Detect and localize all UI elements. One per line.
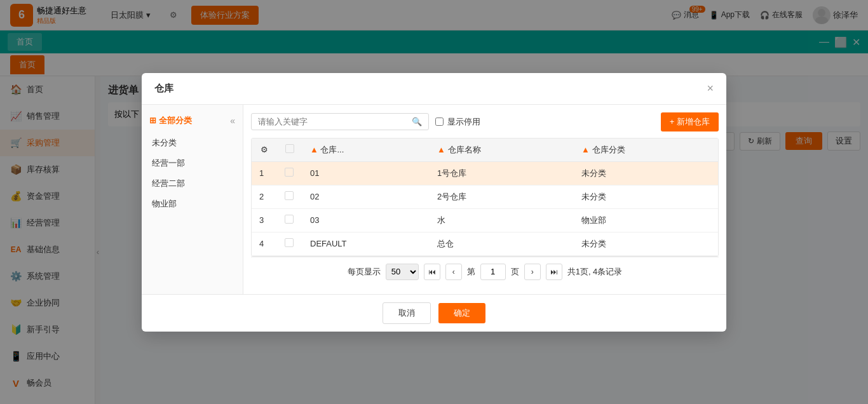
th-gear[interactable]: ⚙ [252,138,277,162]
modal-table-area: 🔍 显示停用 + 新增仓库 ⚙ [243,105,726,294]
cancel-button[interactable]: 取消 [383,302,431,324]
total-records: 共1页, 4条记录 [567,266,623,278]
row-name-3: 水 [430,208,574,232]
row-checkbox-1[interactable] [285,168,294,177]
row-cat-2: 未分类 [574,185,718,208]
row-num-1: 1 [252,161,277,185]
row-num-4: 4 [252,232,277,255]
modal-cat-unclassified[interactable]: 未分类 [142,133,243,153]
modal-cat-property[interactable]: 物业部 [142,194,243,214]
sort-icon[interactable]: ▲ [310,145,318,154]
per-page-label: 每页显示 [348,266,381,278]
modal-body: ⊞ 全部分类 « 未分类 经营一部 经营二部 物业部 🔍 [142,105,726,294]
search-input[interactable] [258,117,408,126]
modal-header: 仓库 × [142,73,726,105]
th-checkbox [277,138,302,162]
row-num-2: 2 [252,185,277,208]
gear-column-icon: ⚙ [261,145,268,154]
category-label: 全部分类 [159,115,192,126]
pagination: 每页显示 50 100 ⏮ ‹ 第 页 › ⏭ 共1页, 4条记录 [251,257,719,286]
modal-overlay: 仓库 × ⊞ 全部分类 « 未分类 经营一部 经营二部 物业部 [0,0,868,404]
table-row[interactable]: 2 02 2号仓库 未分类 [252,185,718,208]
row-code-3: 03 [302,208,430,232]
table-header-row: ⚙ ▲ 仓库... ▲ 仓库名称 [252,138,718,162]
row-check-2[interactable] [277,185,302,208]
modal-close-button[interactable]: × [707,82,714,95]
page-label: 第 [467,266,475,278]
row-checkbox-3[interactable] [285,215,294,224]
page-suffix: 页 [511,266,519,278]
row-cat-1: 未分类 [574,161,718,185]
row-checkbox-4[interactable] [285,238,294,247]
modal-sidebar-header: ⊞ 全部分类 « [142,111,243,133]
row-check-3[interactable] [277,208,302,232]
table-row[interactable]: 1 01 1号仓库 未分类 [252,161,718,185]
row-code-1: 01 [302,161,430,185]
sort-icon-name[interactable]: ▲ [437,145,445,154]
row-name-4: 总仓 [430,232,574,255]
modal-cat-dept2[interactable]: 经营二部 [142,173,243,194]
table-row[interactable]: 3 03 水 物业部 [252,208,718,232]
table-row[interactable]: 4 DEFAULT 总仓 未分类 [252,232,718,255]
warehouse-table: ⚙ ▲ 仓库... ▲ 仓库名称 [251,138,719,257]
row-code-4: DEFAULT [302,232,430,255]
modal-search-bar: 🔍 显示停用 + 新增仓库 [251,112,719,131]
row-code-2: 02 [302,185,430,208]
th-name: ▲ 仓库名称 [430,138,574,162]
show-disabled-checkbox-label[interactable]: 显示停用 [435,116,480,128]
show-disabled-checkbox[interactable] [435,118,444,126]
row-name-1: 1号仓库 [430,161,574,185]
search-icon[interactable]: 🔍 [412,117,422,126]
row-check-1[interactable] [277,161,302,185]
page-prev-button[interactable]: ‹ [445,264,462,280]
search-input-wrapper: 🔍 [251,113,429,130]
row-cat-3: 物业部 [574,208,718,232]
modal-sidebar: ⊞ 全部分类 « 未分类 经营一部 经营二部 物业部 [142,105,243,294]
modal-title: 仓库 [154,83,173,95]
th-category: ▲ 仓库分类 [574,138,718,162]
modal-cat-dept1[interactable]: 经营一部 [142,153,243,173]
page-first-button[interactable]: ⏮ [424,264,440,280]
sidebar-collapse-icon[interactable]: « [230,116,235,126]
add-warehouse-button[interactable]: + 新增仓库 [661,112,719,131]
page-number-input[interactable] [480,264,506,280]
select-all-checkbox[interactable] [285,144,294,153]
page-next-button[interactable]: › [524,264,541,280]
show-disabled-label: 显示停用 [447,116,480,128]
th-code: ▲ 仓库... [302,138,430,162]
row-check-4[interactable] [277,232,302,255]
row-name-2: 2号仓库 [430,185,574,208]
per-page-select[interactable]: 50 100 [386,264,419,280]
row-checkbox-2[interactable] [285,191,294,200]
row-cat-4: 未分类 [574,232,718,255]
modal-actions: 取消 确定 [142,294,726,332]
warehouse-modal: 仓库 × ⊞ 全部分类 « 未分类 经营一部 经营二部 物业部 [142,73,726,332]
modal-category-title[interactable]: ⊞ 全部分类 [149,115,192,126]
row-num-3: 3 [252,208,277,232]
sort-icon-cat[interactable]: ▲ [581,145,590,154]
grid-icon: ⊞ [149,116,156,125]
page-last-button[interactable]: ⏭ [546,264,562,280]
confirm-button[interactable]: 确定 [438,303,485,323]
